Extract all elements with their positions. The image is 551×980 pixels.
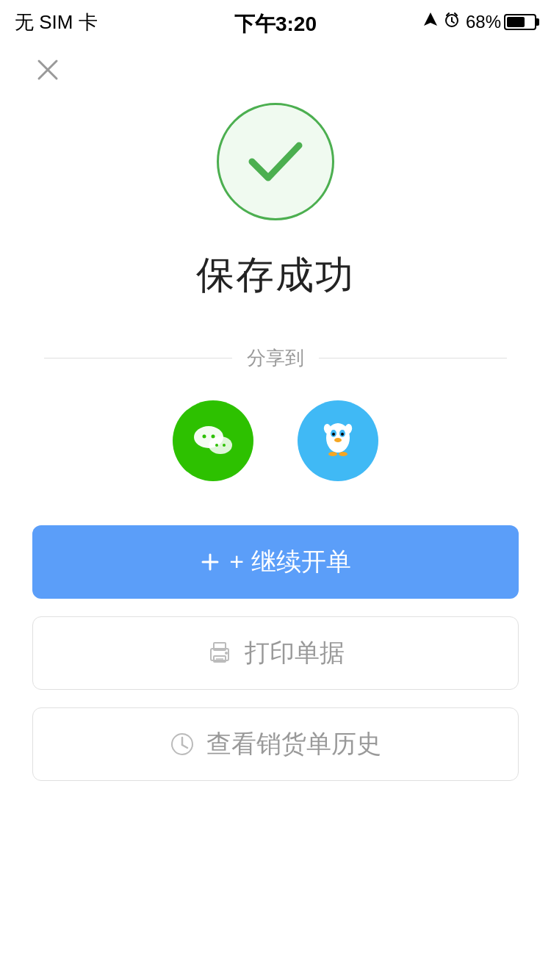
checkmark-icon	[246, 140, 305, 184]
carrier-text: 无 SIM 卡	[15, 10, 98, 35]
share-label: 分享到	[247, 345, 304, 371]
success-circle	[217, 103, 334, 220]
continue-label: + 继续开单	[229, 545, 350, 579]
wechat-share-button[interactable]	[173, 400, 253, 481]
alarm-icon	[444, 12, 460, 32]
svg-point-23	[339, 452, 347, 456]
status-left: 无 SIM 卡	[15, 10, 104, 35]
status-bar: 无 SIM 卡 下午3:20	[0, 0, 551, 44]
success-title: 保存成功	[196, 250, 355, 301]
battery-icon	[504, 14, 536, 30]
status-right: 68%	[423, 12, 536, 32]
history-label: 查看销货单历史	[206, 727, 381, 761]
history-button[interactable]: 查看销货单历史	[32, 707, 519, 781]
divider-left	[44, 358, 232, 359]
svg-point-31	[225, 652, 228, 655]
location-icon	[423, 12, 438, 32]
svg-point-12	[215, 444, 218, 447]
battery-container: 68%	[466, 12, 536, 32]
qq-share-button[interactable]	[298, 400, 378, 481]
share-icons	[173, 400, 378, 481]
share-divider: 分享到	[0, 345, 551, 371]
continue-button[interactable]: + 继续开单	[32, 525, 519, 599]
divider-right	[319, 358, 507, 359]
actions: + 继续开单 打印单据	[0, 525, 551, 781]
wechat-icon	[190, 421, 237, 461]
svg-point-22	[328, 452, 337, 456]
main-content: 保存成功 分享到	[0, 44, 551, 781]
share-section: 分享到	[0, 345, 551, 481]
print-button[interactable]: 打印单据	[32, 616, 519, 690]
svg-line-34	[182, 745, 187, 748]
print-label: 打印单据	[245, 636, 345, 670]
svg-line-3	[452, 21, 454, 23]
svg-point-17	[332, 433, 335, 436]
printer-icon	[206, 641, 233, 665]
clock-icon	[170, 732, 195, 757]
svg-point-13	[223, 444, 226, 447]
battery-text: 68%	[466, 12, 501, 32]
svg-point-10	[202, 434, 206, 438]
status-time: 下午3:20	[234, 10, 317, 38]
svg-point-9	[209, 436, 232, 454]
plus-icon	[200, 552, 220, 572]
svg-point-18	[341, 433, 344, 436]
svg-point-11	[211, 434, 215, 438]
svg-point-19	[334, 438, 342, 442]
qq-icon	[314, 417, 362, 465]
close-button[interactable]	[29, 51, 66, 88]
